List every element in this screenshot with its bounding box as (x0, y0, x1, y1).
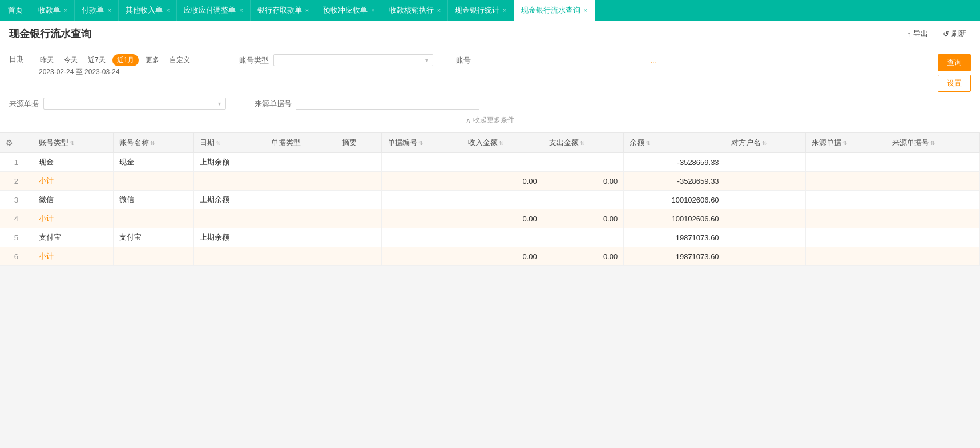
tab-close[interactable]: × (584, 7, 587, 14)
col-source_doc[interactable]: 来源单据⇅ (805, 133, 886, 153)
tab-label: 银行存取款单 (257, 5, 302, 15)
table-row: 1现金现金上期余额-3528659.33 (0, 153, 980, 172)
nav-tab-现金银行统计[interactable]: 现金银行统计× (448, 0, 514, 21)
account-label: 账号 (456, 55, 479, 66)
account-type-select[interactable]: ▾ (273, 54, 433, 66)
refresh-label: 刷新 (951, 29, 966, 39)
cell-num: 4 (0, 209, 33, 228)
tab-close[interactable]: × (437, 7, 441, 14)
nav-tab-银行存取款单[interactable]: 银行存取款单× (251, 0, 316, 21)
cell-expense: 0.00 (543, 209, 623, 228)
date-7days[interactable]: 近7天 (84, 54, 109, 66)
nav-tab-其他收入单[interactable]: 其他收入单× (119, 0, 177, 21)
cell-balance: -3528659.33 (624, 172, 725, 191)
setting-button[interactable]: 设置 (938, 75, 971, 92)
export-button[interactable]: ↑ 导出 (903, 26, 933, 41)
col-label: 单据编号 (388, 138, 417, 147)
nav-tab-预收冲应收单[interactable]: 预收冲应收单× (316, 0, 382, 21)
home-label: 首页 (8, 5, 23, 15)
tab-close[interactable]: × (305, 7, 309, 14)
export-label: 导出 (913, 29, 928, 39)
account-input[interactable] (483, 54, 643, 66)
cell-doc_type (265, 209, 336, 228)
table-row: 2小计0.000.00-3528659.33 (0, 172, 980, 191)
col-expense[interactable]: 支出金额⇅ (543, 133, 623, 153)
tab-label: 其他收入单 (126, 5, 163, 15)
collapse-label: 收起更多条件 (473, 115, 514, 125)
tab-label: 现金银行流水查询 (521, 5, 580, 15)
col-source_doc_num[interactable]: 来源单据号⇅ (886, 133, 980, 153)
col-doc_num[interactable]: 单据编号⇅ (382, 133, 462, 153)
cell-income (462, 228, 543, 247)
cell-account_type: 小计 (33, 209, 113, 228)
cell-date (194, 172, 265, 191)
nav-tab-应收应付调整单[interactable]: 应收应付调整单× (177, 0, 250, 21)
table-row: 5支付宝支付宝上期余额19871073.60 (0, 228, 980, 247)
cell-income: 0.00 (462, 172, 543, 191)
cell-account_name: 支付宝 (113, 228, 193, 247)
tab-close[interactable]: × (503, 7, 506, 14)
cell-account_name (113, 172, 193, 191)
col-date[interactable]: 日期⇅ (194, 133, 265, 153)
col-label: 单据类型 (271, 138, 301, 147)
cell-num: 1 (0, 153, 33, 172)
tab-close[interactable]: × (371, 7, 374, 14)
cell-expense (543, 191, 623, 209)
cell-source_doc_num (886, 191, 980, 209)
cell-source_doc (805, 191, 886, 209)
date-label: 日期 (9, 54, 32, 64)
page-title: 现金银行流水查询 (9, 27, 91, 41)
nav-tab-付款单[interactable]: 付款单× (75, 0, 118, 21)
cell-source_doc_num (886, 247, 980, 266)
cell-counterparty (725, 228, 805, 247)
tab-close[interactable]: × (64, 7, 67, 14)
col-label: 摘要 (342, 138, 357, 147)
collapse-bar[interactable]: ∧ 收起更多条件 (9, 115, 971, 125)
source-doc-num-input[interactable] (296, 98, 479, 110)
cell-doc_num (382, 172, 462, 191)
cell-account_name: 现金 (113, 153, 193, 172)
cell-doc_num (382, 191, 462, 209)
account-type-label: 账号类型 (239, 55, 269, 66)
col-counterparty[interactable]: 对方户名⇅ (725, 133, 805, 153)
sort-icon: ⇅ (499, 140, 503, 146)
col-account_name[interactable]: 账号名称⇅ (113, 133, 193, 153)
nav-tab-现金银行流水查询[interactable]: 现金银行流水查询× (514, 0, 595, 21)
col-income[interactable]: 收入金额⇅ (462, 133, 543, 153)
cell-expense (543, 153, 623, 172)
date-shortcuts: 昨天 今天 近7天 近1月 更多 自定义 (37, 54, 193, 66)
table-row: 6小计0.000.0019871073.60 (0, 247, 980, 266)
tab-label: 收款核销执行 (389, 5, 434, 15)
refresh-button[interactable]: ↺ 刷新 (938, 26, 971, 41)
dots-button[interactable]: ... (648, 56, 659, 65)
date-1month[interactable]: 近1月 (112, 54, 139, 66)
nav-tab-收款核销执行[interactable]: 收款核销执行× (382, 0, 448, 21)
sort-icon: ⇅ (580, 140, 584, 146)
tab-close[interactable]: × (239, 7, 243, 14)
collapse-icon: ∧ (466, 116, 471, 124)
cell-account_type: 微信 (33, 191, 113, 209)
cell-doc_type (265, 153, 336, 172)
col-label: 支出金额 (549, 138, 579, 147)
cell-account_name: 微信 (113, 191, 193, 209)
query-button[interactable]: 查询 (938, 54, 971, 71)
cell-summary (336, 209, 382, 228)
cell-doc_num (382, 228, 462, 247)
nav-tab-收款单[interactable]: 收款单× (31, 0, 75, 21)
col-account_type[interactable]: 账号类型⇅ (33, 133, 113, 153)
date-custom[interactable]: 自定义 (166, 54, 193, 66)
gear-icon[interactable]: ⚙ (6, 138, 13, 147)
nav-home[interactable]: 首页 (0, 0, 31, 21)
source-doc-select[interactable]: ▾ (43, 98, 226, 110)
date-more[interactable]: 更多 (142, 54, 163, 66)
date-today[interactable]: 今天 (61, 54, 81, 66)
col-label: 收入金额 (468, 138, 498, 147)
date-yesterday[interactable]: 昨天 (37, 54, 57, 66)
cell-expense: 0.00 (543, 247, 623, 266)
cell-num: 6 (0, 247, 33, 266)
tab-close[interactable]: × (107, 7, 111, 14)
col-balance[interactable]: 余额⇅ (624, 133, 725, 153)
table-container: ⚙账号类型⇅账号名称⇅日期⇅单据类型摘要单据编号⇅收入金额⇅支出金额⇅余额⇅对方… (0, 132, 980, 266)
tab-close[interactable]: × (166, 7, 170, 14)
sort-icon: ⇅ (646, 140, 650, 146)
